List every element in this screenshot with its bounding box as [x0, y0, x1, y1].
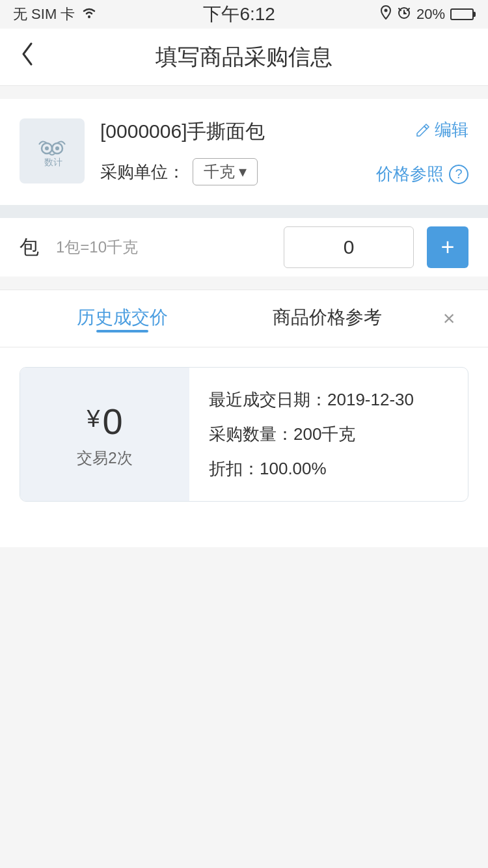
quantity-plus-button[interactable]: +: [427, 226, 468, 268]
tab-history-price[interactable]: 历史成交价: [20, 305, 224, 332]
battery-percent: 20%: [416, 6, 445, 23]
tab-price-reference[interactable]: 商品价格参考: [224, 305, 429, 332]
history-card-left: ¥ 0 交易2次: [20, 368, 189, 501]
help-icon: ?: [449, 165, 468, 184]
status-right: 20%: [380, 5, 475, 23]
discount-row: 折扣：100.00%: [209, 456, 448, 481]
quantity-unit-label: 包: [20, 234, 39, 261]
back-button[interactable]: [20, 41, 59, 73]
sim-status: 无 SIM 卡: [13, 5, 75, 24]
price-reference-button[interactable]: 价格参照 ?: [376, 163, 468, 185]
bottom-panel: 历史成交价 商品价格参考 × ¥ 0 交易2次 最近成交日期：2019-12-3…: [0, 290, 488, 547]
product-logo: 数计: [33, 131, 72, 170]
tab-underline: [96, 330, 148, 332]
status-time: 下午6:12: [203, 2, 275, 27]
wifi-icon: [80, 6, 98, 23]
quantity-conversion-label: 1包=10千克: [56, 237, 138, 258]
dropdown-arrow-icon: ▾: [239, 163, 247, 181]
purchase-qty-row: 采购数量：200千克: [209, 422, 448, 447]
alarm-icon: [397, 5, 411, 23]
svg-point-0: [88, 16, 90, 18]
product-card: 数计 [0000006]手撕面包 采购单位： 千克 ▾ 编辑 价格参照 ?: [0, 99, 488, 205]
trade-count: 交易2次: [77, 448, 132, 468]
svg-text:数计: 数计: [44, 157, 62, 167]
status-left: 无 SIM 卡: [13, 5, 98, 24]
battery-icon: [450, 8, 475, 20]
quantity-input[interactable]: 0: [284, 226, 414, 268]
gray-divider: [0, 205, 488, 218]
unit-label: 采购单位：: [100, 161, 185, 183]
location-icon: [380, 5, 392, 23]
price-number: 0: [102, 400, 122, 442]
product-thumbnail: 数计: [20, 118, 85, 183]
page-title: 填写商品采购信息: [59, 42, 429, 72]
history-card-right: 最近成交日期：2019-12-30 采购数量：200千克 折扣：100.00%: [189, 368, 468, 501]
edit-button[interactable]: 编辑: [415, 118, 468, 141]
quantity-row: 包 1包=10千克 0 +: [0, 218, 488, 277]
recent-date-row: 最近成交日期：2019-12-30: [209, 387, 448, 413]
history-price-amount: ¥ 0: [87, 400, 122, 442]
svg-point-5: [45, 146, 49, 150]
svg-point-6: [55, 146, 59, 150]
status-bar: 无 SIM 卡 下午6:12 20%: [0, 0, 488, 29]
yen-symbol: ¥: [87, 405, 100, 433]
tabs-row: 历史成交价 商品价格参考 ×: [0, 290, 488, 347]
svg-point-1: [384, 9, 387, 12]
history-price-card: ¥ 0 交易2次 最近成交日期：2019-12-30 采购数量：200千克 折扣…: [20, 367, 468, 502]
tab-close-button[interactable]: ×: [429, 299, 468, 338]
product-name: [0000006]手撕面包: [100, 118, 468, 145]
header: 填写商品采购信息: [0, 29, 488, 86]
unit-badge[interactable]: 千克 ▾: [193, 158, 258, 185]
tab-content: ¥ 0 交易2次 最近成交日期：2019-12-30 采购数量：200千克 折扣…: [0, 367, 488, 547]
